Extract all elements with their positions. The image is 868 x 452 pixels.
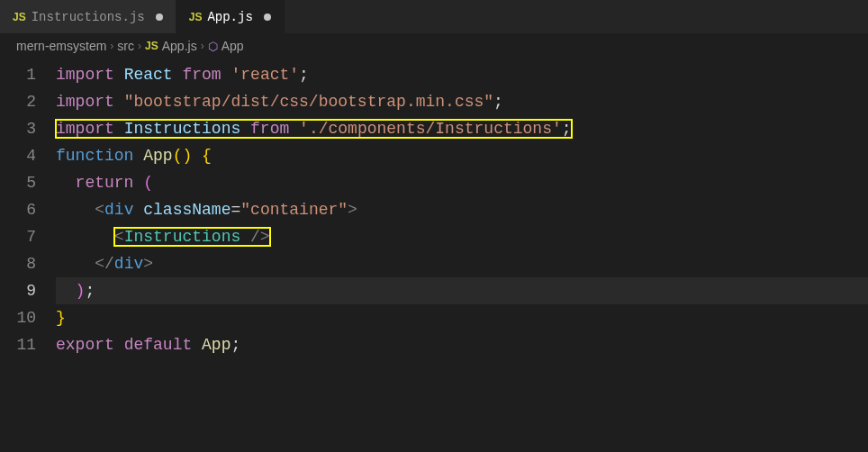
code-line-highlighted: import Instructions from './components/I… — [56, 115, 868, 142]
code-editor[interactable]: 1 2 3 4 5 6 7 8 9 10 11 import React fro… — [0, 58, 868, 358]
code-line: } — [56, 304, 868, 331]
breadcrumb-item[interactable]: App — [222, 39, 244, 53]
js-icon: JS — [189, 11, 203, 23]
code-line: function App() { — [56, 142, 868, 169]
code-line: </div> — [56, 250, 868, 277]
code-line-highlighted: <Instructions /> — [56, 223, 868, 250]
tab-label: Instructions.js — [32, 10, 145, 24]
chevron-right-icon: › — [138, 40, 141, 52]
tab-instructions[interactable]: JS Instructions.js — [0, 0, 176, 33]
code-line: ); — [56, 277, 868, 304]
line-number: 8 — [0, 250, 36, 277]
code-line: import "bootstrap/dist/css/bootstrap.min… — [56, 88, 868, 115]
tab-app[interactable]: JS App.js — [176, 0, 285, 33]
chevron-right-icon: › — [110, 40, 113, 52]
tab-label: App.js — [207, 10, 252, 24]
line-number: 10 — [0, 304, 36, 331]
line-number: 11 — [0, 331, 36, 358]
code-content[interactable]: import React from 'react'; import "boots… — [56, 61, 868, 358]
tab-bar: JS Instructions.js JS App.js — [0, 0, 868, 34]
line-number: 7 — [0, 223, 36, 250]
modified-indicator-icon — [156, 14, 163, 21]
code-line: import React from 'react'; — [56, 61, 868, 88]
chevron-right-icon: › — [201, 40, 204, 52]
symbol-icon: ⬡ — [208, 40, 218, 53]
modified-indicator-icon — [264, 14, 271, 21]
line-number: 2 — [0, 88, 36, 115]
line-number: 6 — [0, 196, 36, 223]
js-icon: JS — [13, 11, 26, 23]
line-number: 9 — [0, 277, 36, 304]
breadcrumb-item[interactable]: App.js — [162, 39, 197, 53]
js-icon: JS — [145, 40, 158, 52]
line-number-gutter: 1 2 3 4 5 6 7 8 9 10 11 — [0, 61, 56, 358]
breadcrumb-item[interactable]: mern-emsystem — [16, 39, 106, 53]
line-number: 4 — [0, 142, 36, 169]
breadcrumb-item[interactable]: src — [117, 39, 134, 53]
code-line: <div className="container"> — [56, 196, 868, 223]
breadcrumb: mern-emsystem › src › JS App.js › ⬡ App — [0, 34, 868, 58]
code-line: export default App; — [56, 331, 868, 358]
code-line: return ( — [56, 169, 868, 196]
line-number: 5 — [0, 169, 36, 196]
line-number: 1 — [0, 61, 36, 88]
line-number: 3 — [0, 115, 36, 142]
